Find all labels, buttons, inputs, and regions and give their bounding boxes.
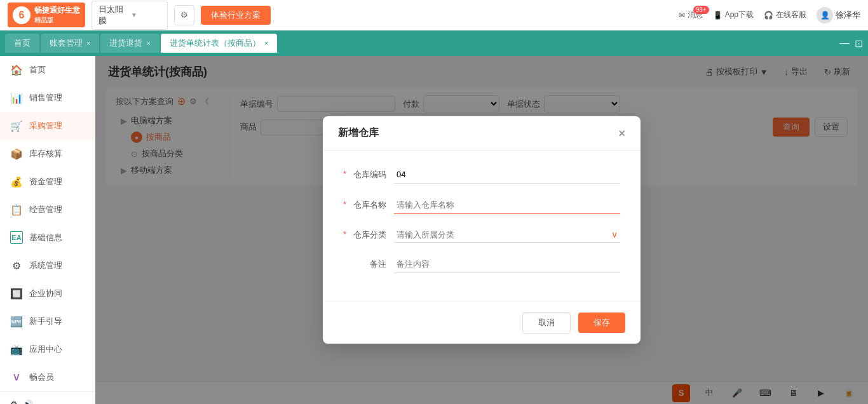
sidebar-item-enterprise[interactable]: 🔲 企业协同 xyxy=(0,279,95,307)
tab-purchase-stat-close-icon[interactable]: × xyxy=(264,39,268,47)
avatar: 👤 xyxy=(817,7,833,24)
settings-button[interactable]: ⚙ xyxy=(174,5,194,25)
store-chevron-icon: ▼ xyxy=(131,11,161,18)
message-button[interactable]: ✉ 消息 99+ xyxy=(679,10,703,20)
sidebar-item-operation[interactable]: 📋 经营管理 xyxy=(0,196,95,224)
phone-icon: 📱 xyxy=(713,11,722,20)
category-label: 仓库分类 xyxy=(343,229,394,241)
tab-purchase-stat-label: 进货单统计表（按商品） xyxy=(170,37,261,49)
tab-account-label: 账套管理 xyxy=(50,37,83,49)
sidebar-item-home-label: 首页 xyxy=(29,64,46,76)
logo-text-block: 畅捷通好生意 精品版 xyxy=(34,5,80,25)
gear-icon: ⚙ xyxy=(180,10,188,20)
form-row-code: 仓库编码 xyxy=(343,166,620,184)
tab-bar: 首页 账套管理 × 进货退货 × 进货单统计表（按商品） × — ⊡ xyxy=(0,30,868,56)
category-arrow-icon: ∨ xyxy=(611,229,618,239)
user-name: 徐泽华 xyxy=(836,10,860,21)
sidebar-item-system-label: 系统管理 xyxy=(29,260,62,271)
sidebar-item-app-center[interactable]: 📺 应用中心 xyxy=(0,335,95,363)
sidebar-item-purchase-label: 采购管理 xyxy=(29,120,62,131)
logo-icon: 6 xyxy=(13,6,31,24)
remark-input[interactable] xyxy=(394,255,620,273)
sidebar-item-base-info-label: 基础信息 xyxy=(29,232,62,243)
message-badge: 99+ xyxy=(693,6,709,14)
app-center-icon: 📺 xyxy=(10,343,23,356)
tab-account[interactable]: 账套管理 × xyxy=(41,34,99,53)
dialog-header: 新增仓库 × xyxy=(323,116,641,151)
store-selector[interactable]: 日太阳膜 ▼ xyxy=(92,1,168,30)
cancel-button[interactable]: 取消 xyxy=(522,312,571,333)
user-menu[interactable]: 👤 徐泽华 xyxy=(817,7,860,24)
message-icon: ✉ xyxy=(679,11,685,20)
sales-icon: 📊 xyxy=(10,91,23,104)
purchase-icon: 🛒 xyxy=(10,119,23,132)
sidebar-item-sales-label: 销售管理 xyxy=(29,92,62,104)
sidebar-item-system[interactable]: ⚙ 系统管理 xyxy=(0,252,95,279)
sidebar-item-vip[interactable]: V 畅会员 xyxy=(0,363,95,391)
dialog-body: 仓库编码 仓库名称 仓库分类 ∨ xyxy=(323,151,641,301)
code-label: 仓库编码 xyxy=(343,169,394,180)
service-label: 在线客服 xyxy=(776,10,806,20)
sidebar-item-enterprise-label: 企业协同 xyxy=(29,288,62,299)
category-select-wrap: ∨ xyxy=(394,227,620,243)
remark-label: 备注 xyxy=(343,259,394,270)
tab-home[interactable]: 首页 xyxy=(5,34,39,53)
sidebar-item-home[interactable]: 🏠 首页 xyxy=(0,56,95,84)
trial-button[interactable]: 体验行业方案 xyxy=(201,6,271,25)
dialog-close-icon[interactable]: × xyxy=(618,128,625,139)
sidebar-item-inventory[interactable]: 📦 库存核算 xyxy=(0,140,95,168)
sidebar: 🏠 首页 📊 销售管理 🛒 采购管理 📦 库存核算 💰 资金管理 📋 经 xyxy=(0,56,95,404)
tab-purchase-stat[interactable]: 进货单统计表（按商品） × xyxy=(161,34,277,53)
sidebar-item-finance[interactable]: 💰 资金管理 xyxy=(0,168,95,196)
main-layout: 🏠 首页 📊 销售管理 🛒 采购管理 📦 库存核算 💰 资金管理 📋 经 xyxy=(0,56,868,404)
home-icon: 🏠 xyxy=(10,64,23,76)
tab-expand-icon[interactable]: ⊡ xyxy=(855,37,863,50)
operation-icon: 📋 xyxy=(10,203,23,216)
sidebar-item-guide-label: 新手引导 xyxy=(29,316,62,327)
enterprise-icon: 🔲 xyxy=(10,287,23,300)
sidebar-item-vip-label: 畅会员 xyxy=(29,372,54,383)
new-warehouse-dialog: 新增仓库 × 仓库编码 仓库名称 xyxy=(323,116,641,344)
tab-home-label: 首页 xyxy=(14,37,31,49)
name-label: 仓库名称 xyxy=(343,199,394,211)
form-row-remark: 备注 xyxy=(343,255,620,273)
service-button[interactable]: 🎧 在线客服 xyxy=(764,10,806,20)
sidebar-item-operation-label: 经营管理 xyxy=(29,204,62,215)
base-info-icon: EA xyxy=(10,231,23,244)
sidebar-settings-icon[interactable]: ⚙ xyxy=(10,400,18,404)
tab-minimize-icon[interactable]: — xyxy=(839,37,850,50)
app-label: App下载 xyxy=(725,10,754,20)
category-input[interactable] xyxy=(397,230,611,239)
form-row-category: 仓库分类 ∨ xyxy=(343,227,620,243)
name-input[interactable] xyxy=(394,196,620,214)
logo: 6 畅捷通好生意 精品版 xyxy=(8,3,85,27)
dialog-title: 新增仓库 xyxy=(338,126,379,140)
dialog-footer: 取消 保存 xyxy=(323,301,641,344)
sidebar-item-finance-label: 资金管理 xyxy=(29,176,62,187)
headset-icon: 🎧 xyxy=(764,11,773,20)
sidebar-audio-icon[interactable]: 🔊 xyxy=(23,400,33,404)
sidebar-bottom: ⚙ 🔊 xyxy=(0,391,95,404)
vip-icon: V xyxy=(10,371,23,384)
sidebar-item-base-info[interactable]: EA 基础信息 xyxy=(0,224,95,252)
tab-account-close-icon[interactable]: × xyxy=(86,39,90,47)
modal-overlay: 新增仓库 × 仓库编码 仓库名称 xyxy=(95,56,868,404)
sidebar-item-sales[interactable]: 📊 销售管理 xyxy=(0,84,95,112)
sidebar-item-purchase[interactable]: 🛒 采购管理 xyxy=(0,112,95,140)
tab-purchase-return[interactable]: 进货退货 × xyxy=(100,34,159,53)
store-name: 日太阳膜 xyxy=(98,4,128,27)
code-input[interactable] xyxy=(394,166,620,184)
guide-icon: 🆕 xyxy=(10,315,23,328)
app-download-button[interactable]: 📱 App下载 xyxy=(713,10,754,20)
content-area: 进货单统计(按商品) 🖨 按模板打印 ▼ ↓ 导出 ↻ 刷新 xyxy=(95,56,868,404)
tab-purchase-return-close-icon[interactable]: × xyxy=(146,39,150,47)
finance-icon: 💰 xyxy=(10,175,23,188)
save-button[interactable]: 保存 xyxy=(578,313,625,333)
sidebar-item-app-center-label: 应用中心 xyxy=(29,344,62,355)
form-row-name: 仓库名称 xyxy=(343,196,620,214)
header-right: ✉ 消息 99+ 📱 App下载 🎧 在线客服 👤 徐泽华 xyxy=(679,7,860,24)
tab-bar-controls: — ⊡ xyxy=(839,37,863,50)
sidebar-item-guide[interactable]: 🆕 新手引导 xyxy=(0,307,95,335)
sidebar-item-inventory-label: 库存核算 xyxy=(29,148,62,159)
inventory-icon: 📦 xyxy=(10,147,23,160)
